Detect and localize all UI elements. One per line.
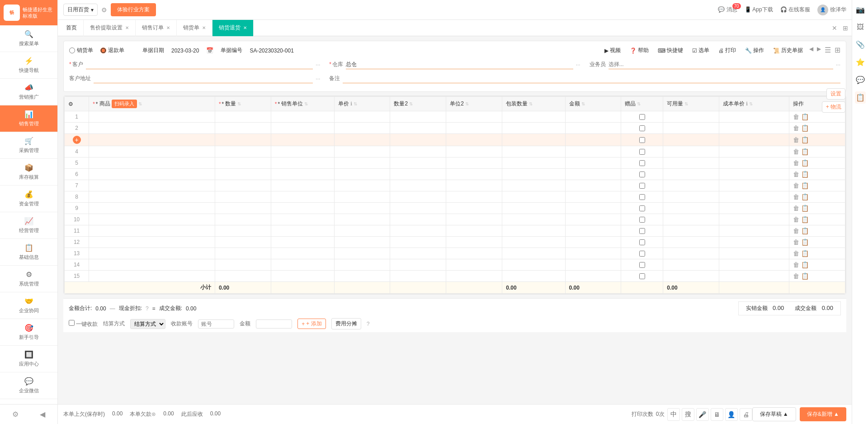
row-3-unit2[interactable] <box>446 134 502 146</box>
daily-goods-selector[interactable]: 日用百货 ▾ <box>63 4 98 16</box>
radio-return[interactable]: 退款单 <box>100 47 124 54</box>
sidebar-item-operation[interactable]: 📈 经营管理 <box>0 212 57 239</box>
del-5[interactable]: 🗑 <box>793 159 799 167</box>
message-btn[interactable]: 💬 70 消息 <box>718 6 737 14</box>
row-3-gift-check[interactable] <box>639 137 645 143</box>
row-3-quantity2[interactable] <box>390 134 446 146</box>
radio-sales[interactable]: 销货单 <box>69 47 93 54</box>
prev-record-icon[interactable]: ◀ <box>809 46 813 55</box>
row-1-unit-price[interactable] <box>334 111 390 123</box>
row-2-unit2[interactable] <box>446 123 502 134</box>
expand-icon[interactable]: ⊞ <box>841 24 850 33</box>
row-14-gift-check[interactable] <box>639 262 645 268</box>
del-15[interactable]: 🗑 <box>793 272 799 280</box>
sort-icon-gift[interactable]: ⇅ <box>637 101 641 106</box>
settlement-method-select[interactable]: 结算方式 <box>130 319 165 329</box>
copy-15[interactable]: 📋 <box>801 272 809 280</box>
sort-icon-unit2[interactable]: ⇅ <box>465 101 469 106</box>
del-4[interactable]: 🗑 <box>793 148 799 155</box>
row-1-gift[interactable] <box>621 111 663 123</box>
copy-icon-2[interactable]: 📋 <box>801 124 809 132</box>
address-input[interactable] <box>94 74 313 83</box>
sidebar-settings-icon[interactable]: ⚙ <box>10 408 20 420</box>
tab-sales-delivery-close[interactable]: ✕ <box>202 25 206 30</box>
topbar-gear-icon[interactable]: ⚙ <box>101 6 107 14</box>
row-7-gift-check[interactable] <box>639 183 645 189</box>
app-download-btn[interactable]: 📱 App下载 <box>745 6 773 14</box>
sort-icon-qty[interactable]: ⇅ <box>237 101 241 106</box>
delete-icon-3[interactable]: 🗑 <box>793 136 799 143</box>
row-15-gift-check[interactable] <box>639 273 645 279</box>
shortcut-btn[interactable]: ⌨ 快捷键 <box>655 46 686 55</box>
account-input[interactable] <box>198 319 234 329</box>
tab-sales-return-close[interactable]: ✕ <box>243 25 247 30</box>
salesperson-dots[interactable]: ··· <box>836 62 840 68</box>
print-btn[interactable]: 🖨 打印 <box>716 46 739 55</box>
sidebar-item-purchase-mgmt[interactable]: 🛒 采购管理 <box>0 132 57 159</box>
copy-14[interactable]: 📋 <box>801 261 809 268</box>
row-12-gift-check[interactable] <box>639 239 645 245</box>
del-6[interactable]: 🗑 <box>793 171 799 178</box>
tab-sales-order[interactable]: 销售订单 ✕ <box>136 20 177 36</box>
sort-icon-cost[interactable]: ⇅ <box>749 101 753 106</box>
address-dots[interactable]: ··· <box>316 76 320 82</box>
add-row-btn[interactable]: + <box>68 136 85 144</box>
tab-home[interactable]: 首页 <box>60 20 84 36</box>
copy-10[interactable]: 📋 <box>801 216 809 223</box>
salesperson-input[interactable] <box>609 60 833 69</box>
history-btn[interactable]: 📜 历史单据 <box>770 46 806 55</box>
row-1-cost-price[interactable] <box>719 111 789 123</box>
icon-btn-1[interactable]: 中 <box>667 408 680 421</box>
next-record-icon[interactable]: ▶ <box>817 46 821 55</box>
sidebar-item-app-center[interactable]: 🔲 应用中心 <box>0 346 57 372</box>
copy-4[interactable]: 📋 <box>801 148 809 155</box>
warehouse-input[interactable] <box>346 60 573 69</box>
right-panel-star[interactable]: ⭐ <box>855 56 866 68</box>
del-7[interactable]: 🗑 <box>793 182 799 189</box>
radio-sales-input[interactable] <box>69 48 75 53</box>
save-new-btn[interactable]: 保存&新增 ▲ <box>800 407 846 421</box>
copy-9[interactable]: 📋 <box>801 205 809 212</box>
row-2-sales-unit[interactable] <box>271 123 334 134</box>
row-1-quantity2[interactable] <box>390 111 446 123</box>
operate-btn[interactable]: 🔧 操作 <box>742 46 767 55</box>
video-btn[interactable]: ▶ 视频 <box>602 46 623 55</box>
right-panel-attach[interactable]: 📎 <box>855 38 866 51</box>
list-view-icon[interactable]: ☰ <box>825 46 831 55</box>
row-1-available[interactable] <box>663 111 719 123</box>
copy-11[interactable]: 📋 <box>801 227 809 234</box>
row-3-product[interactable] <box>89 134 215 146</box>
tab-sales-order-close[interactable]: ✕ <box>166 25 170 30</box>
sort-icon-price[interactable]: ⇅ <box>354 101 357 106</box>
icon-btn-5[interactable]: 👤 <box>725 408 738 421</box>
row-2-product[interactable] <box>89 123 215 134</box>
sort-icon-unit[interactable]: ⇅ <box>304 101 308 106</box>
delete-icon-2[interactable]: 🗑 <box>793 124 799 132</box>
row-1-product[interactable] <box>89 111 215 123</box>
calendar-icon[interactable]: 📅 <box>206 47 213 54</box>
row-3-available[interactable] <box>663 134 719 146</box>
one-click-pay-input[interactable] <box>69 320 75 326</box>
sidebar-item-new-guide[interactable]: 🎯 新手引导 <box>0 319 57 346</box>
row-4-gift-check[interactable] <box>639 149 645 155</box>
tab-price-setting[interactable]: 售价提取设置 ✕ <box>84 20 136 36</box>
add-row-cell[interactable]: + <box>65 134 89 146</box>
sidebar-item-member[interactable]: 👑 畅会员 <box>0 399 57 404</box>
row-1-sales-unit[interactable] <box>271 111 334 123</box>
sidebar-item-quick-nav[interactable]: ⚡ 快捷导航 <box>0 52 57 79</box>
select-btn[interactable]: ☑ 选单 <box>689 46 712 55</box>
row-1-amount[interactable] <box>565 111 621 123</box>
row-3-amount[interactable] <box>565 134 621 146</box>
row-5-gift-check[interactable] <box>639 160 645 166</box>
row-3-quantity[interactable] <box>215 134 271 146</box>
row-10-gift-check[interactable] <box>639 217 645 223</box>
tab-sales-return[interactable]: 销货退货 ✕ <box>212 20 254 36</box>
cash-discount-help-icon[interactable]: ? <box>146 305 149 312</box>
sort-icon-amount[interactable]: ⇅ <box>581 101 585 106</box>
row-3-sales-unit[interactable] <box>271 134 334 146</box>
del-13[interactable]: 🗑 <box>793 250 799 257</box>
sort-icon-avail[interactable]: ⇅ <box>684 101 688 106</box>
copy-6[interactable]: 📋 <box>801 171 809 178</box>
copy-icon-1[interactable]: 📋 <box>801 113 809 120</box>
sort-icon-qty2[interactable]: ⇅ <box>409 101 413 106</box>
